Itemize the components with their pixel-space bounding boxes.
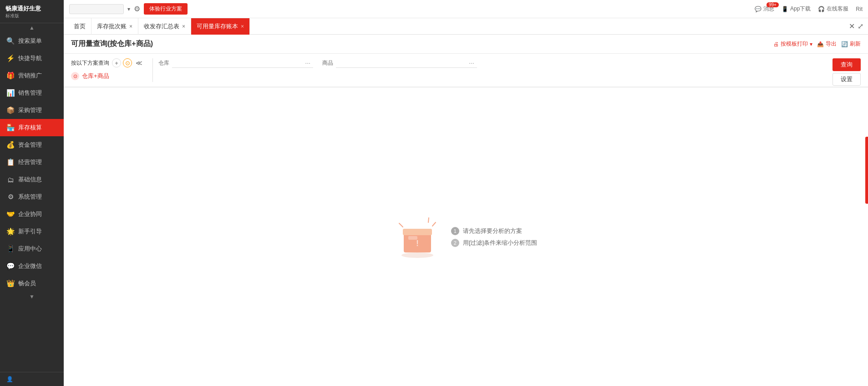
scheme-icons: + ⊙ ≪ (112, 58, 144, 67)
sidebar-item-label: 快捷导航 (18, 54, 42, 62)
online-service-button[interactable]: 🎧 在线客服 (818, 5, 848, 13)
tab-available-ledger-close[interactable]: × (241, 24, 244, 29)
resize-handle[interactable] (865, 137, 868, 204)
warehouse-filter-field: 仓库 ··· (158, 58, 313, 68)
message-button[interactable]: 💬 消息 99+ (755, 5, 774, 13)
sidebar-item-newbie[interactable]: 🌟 新手引导 (0, 223, 64, 240)
sidebar-scroll-up[interactable]: ▲ (0, 23, 64, 32)
warehouse-more-icon[interactable]: ··· (305, 59, 310, 67)
filter-fields: 仓库 ··· 商品 ··· (158, 58, 861, 68)
tab-batch-account-label: 库存批次账 (97, 22, 127, 31)
gear-icon: ⚙ (6, 193, 15, 201)
empty-inner: ! 1 请先选择要分析的方案 2 用[过滤]条件来缩小分 (395, 214, 537, 260)
goods-more-icon[interactable]: ··· (469, 59, 474, 67)
sidebar-scroll-down[interactable]: ▼ (0, 292, 64, 301)
tab-bar: 首页 库存批次账 × 收发存汇总表 × 可用量库存账本 × ✕ ⤢ (64, 18, 868, 35)
svg-rect-2 (403, 229, 432, 235)
sidebar-item-marketing[interactable]: 🎁 营销推广 (0, 67, 64, 84)
sidebar-item-label: 企业协同 (18, 210, 42, 218)
wechat-icon: 💬 (6, 262, 15, 270)
tab-receipt-summary[interactable]: 收发存汇总表 × (138, 18, 191, 35)
settings-scheme-button[interactable]: ⊙ (123, 58, 132, 67)
goods-filter-field: 商品 ··· (322, 58, 477, 68)
svg-point-0 (401, 252, 433, 258)
topbar-search-input[interactable] (69, 4, 124, 14)
user-profile-button[interactable]: Rit (856, 6, 863, 12)
tab-receipt-summary-close[interactable]: × (182, 24, 185, 29)
tip-text-1: 请先选择要分析的方案 (463, 227, 522, 235)
export-label: 导出 (826, 40, 837, 48)
tip-number-2: 2 (451, 239, 459, 247)
goods-input-wrap: ··· (336, 58, 477, 68)
print-template-button[interactable]: 🖨 按模板打印 ▾ (773, 40, 812, 48)
sidebar-item-label: 经营管理 (18, 158, 42, 166)
tab-actions: ✕ ⤢ (844, 22, 863, 31)
sidebar-item-system[interactable]: ⚙ 系统管理 (0, 188, 64, 206)
sidebar-item-search[interactable]: 🔍 搜索菜单 (0, 32, 64, 50)
gift-icon: 🎁 (6, 72, 15, 80)
tip-number-1: 1 (451, 227, 459, 235)
sidebar-item-label: 新手引导 (18, 227, 42, 236)
topbar-dropdown-icon[interactable]: ▾ (127, 6, 130, 12)
print-icon: 🖨 (773, 41, 779, 47)
sidebar-item-purchase[interactable]: 📦 采购管理 (0, 102, 64, 119)
sidebar-item-business[interactable]: 📋 经营管理 (0, 154, 64, 171)
empty-tip-2: 2 用[过滤]条件来缩小分析范围 (451, 239, 537, 247)
sidebar-item-label: 库存核算 (18, 124, 42, 132)
search-icon: 🔍 (6, 37, 15, 45)
phone-icon: 📱 (6, 245, 15, 253)
sidebar-item-label: 畅会员 (18, 279, 36, 288)
sidebar-item-enterprise[interactable]: 🤝 企业协同 (0, 206, 64, 223)
clipboard-icon: 📋 (6, 158, 15, 166)
sidebar: 畅康通好生意 标准版 ▲ 🔍 搜索菜单 ⚡ 快捷导航 🎁 营销推广 📊 销售管理… (0, 0, 64, 386)
user-icon: 👤 (6, 376, 13, 382)
topbar: ▾ ⚙ 体验行业方案 💬 消息 99+ 📱 App下载 🎧 在线客服 Rit (64, 0, 868, 18)
scheme-warehouse-goods[interactable]: ⊙ 仓库+商品 (71, 70, 147, 82)
maximize-icon[interactable]: ⤢ (858, 22, 863, 31)
close-all-icon[interactable]: ✕ (849, 22, 855, 31)
empty-svg-illustration: ! (395, 214, 440, 260)
app-name: 畅康通好生意 (5, 5, 58, 13)
goods-label: 商品 (322, 59, 333, 67)
message-icon: 💬 (755, 6, 761, 12)
sidebar-item-label: 营销推广 (18, 72, 42, 80)
setting-button[interactable]: 设置 (832, 73, 861, 86)
tab-receipt-summary-label: 收发存汇总表 (144, 22, 179, 31)
tab-available-ledger-label: 可用量库存账本 (197, 22, 238, 31)
sidebar-item-inventory[interactable]: 🏪 库存核算 (0, 119, 64, 136)
service-label: 在线客服 (827, 5, 848, 13)
export-button[interactable]: 📤 导出 (817, 40, 837, 48)
sidebar-item-finance[interactable]: 💰 资金管理 (0, 136, 64, 154)
sidebar-item-appcenter[interactable]: 📱 应用中心 (0, 240, 64, 257)
tab-available-ledger[interactable]: 可用量库存账本 × (191, 18, 250, 35)
tab-batch-account[interactable]: 库存批次账 × (91, 18, 138, 35)
chart-icon: 📊 (6, 89, 15, 97)
industry-solution-button[interactable]: 体验行业方案 (144, 3, 188, 15)
topbar-settings-icon[interactable]: ⚙ (134, 5, 140, 13)
refresh-button[interactable]: 🔄 刷新 (841, 40, 861, 48)
tab-home[interactable]: 首页 (68, 18, 91, 35)
warehouse-input[interactable] (175, 60, 303, 66)
handshake-icon: 🤝 (6, 210, 15, 218)
sidebar-item-wechat[interactable]: 💬 企业微信 (0, 257, 64, 275)
main-area: ▾ ⚙ 体验行业方案 💬 消息 99+ 📱 App下载 🎧 在线客服 Rit 首… (64, 0, 868, 386)
tip-text-2: 用[过滤]条件来缩小分析范围 (463, 239, 537, 247)
app-download-label: App下载 (790, 5, 811, 13)
page-title: 可用量查询(按仓库+商品) (71, 39, 153, 49)
sidebar-item-shortcut[interactable]: ⚡ 快捷导航 (0, 50, 64, 67)
topbar-right: 💬 消息 99+ 📱 App下载 🎧 在线客服 Rit (755, 5, 863, 13)
empty-tip-1: 1 请先选择要分析的方案 (451, 227, 537, 235)
page-actions: 🖨 按模板打印 ▾ 📤 导出 🔄 刷新 (773, 40, 861, 48)
sidebar-item-sales[interactable]: 📊 销售管理 (0, 84, 64, 102)
sidebar-item-label: 搜索菜单 (18, 37, 42, 45)
sidebar-item-baseinfo[interactable]: 🗂 基础信息 (0, 171, 64, 188)
tab-batch-account-close[interactable]: × (129, 24, 132, 29)
sidebar-bottom[interactable]: 👤 (0, 372, 64, 386)
app-download-button[interactable]: 📱 App下载 (782, 5, 811, 13)
collapse-scheme-button[interactable]: ≪ (134, 58, 144, 67)
add-scheme-button[interactable]: + (112, 58, 121, 67)
sidebar-item-label: 采购管理 (18, 106, 42, 114)
query-button[interactable]: 查询 (832, 58, 861, 71)
sidebar-item-member[interactable]: 👑 畅会员 (0, 275, 64, 292)
goods-input[interactable] (339, 60, 467, 66)
